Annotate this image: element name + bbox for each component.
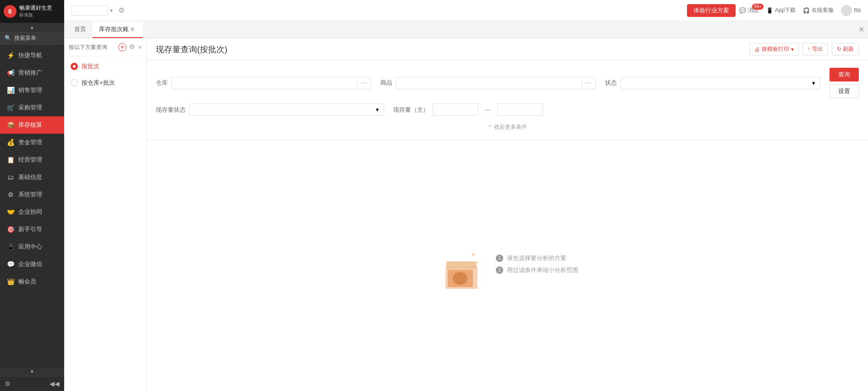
wechat-icon: 💬 [6,260,15,268]
inventory-icon: 📦 [6,121,15,129]
svg-point-3 [453,272,467,285]
collapse-panel-icon[interactable]: » [138,43,142,51]
warehouse-input[interactable] [172,77,357,89]
operation-icon: 📋 [6,156,15,164]
tab-close-btn[interactable]: ✕ [129,26,136,33]
empty-illustration: ✦ ✦ [436,243,482,289]
newbie-icon: 🎯 [6,225,15,234]
scheme-settings-icon[interactable]: ⚙ [129,43,135,51]
scheme-inactive-icon: ○ [71,79,78,87]
collapse-label: 收起更多条件 [494,123,527,131]
online-service-action[interactable]: 🎧 在线客服 [803,6,834,14]
empty-state: ✦ ✦ 1 请先选择要分析的方案 2 用过滤条件来缩小分析范围 [147,141,868,391]
inventory-status-dropdown-icon: ▾ [376,106,379,113]
template-print-btn[interactable]: 🖨 按模板打印 ▾ [749,43,799,55]
message-icon: 💬 [739,7,746,14]
system-icon: ⚙ [6,190,15,199]
empty-tips: 1 请先选择要分析的方案 2 用过滤条件来缩小分析范围 [496,254,578,278]
sidebar-footer: ⚙ ◀◀ [0,376,64,391]
tab-home[interactable]: 首页 [68,22,93,38]
empty-tip-2: 2 用过滤条件来缩小分析范围 [496,266,578,274]
sidebar-scroll-up[interactable]: ▲ [0,23,64,32]
scheme-batch-label: 按批次 [82,62,99,71]
sidebar-item-label: 销售管理 [18,86,42,94]
scheme-item-warehouse-batch[interactable]: ○ 按仓库+批次 [64,75,146,91]
refresh-btn[interactable]: ↻ 刷新 [832,43,859,55]
sidebar-item-marketing[interactable]: 📢 营销推广 [0,64,64,81]
print-dropdown-icon[interactable]: ▾ [791,46,794,53]
trial-btn[interactable]: 体验行业方案 [687,4,736,17]
app-download-action[interactable]: 📱 App下载 [766,6,796,14]
breadcrumb-input[interactable] [71,5,108,16]
sidebar-item-label: 畅会员 [18,277,36,286]
enterprise-icon: 🤝 [6,208,15,216]
inventory-status-label: 现存量状态 [156,106,186,114]
warehouse-more-btn[interactable]: ··· [357,79,371,87]
product-input[interactable] [396,77,582,89]
sidebar-item-wechat[interactable]: 💬 企业微信 [0,255,64,273]
sidebar-item-label: 系统管理 [18,190,42,199]
empty-svg: ✦ ✦ [436,243,487,293]
user-menu[interactable]: Rit [841,5,861,16]
settings-footer-icon[interactable]: ⚙ [5,380,11,387]
warehouse-input-group: ··· [171,77,371,89]
sidebar-item-apps[interactable]: 📱 应用中心 [0,238,64,255]
export-icon: ↑ [808,46,810,52]
tip1-text: 请先选择要分析的方案 [507,254,566,262]
messages-action[interactable]: 💬 消息 99+ [739,6,759,14]
sidebar-item-operation[interactable]: 📋 经营管理 [0,151,64,168]
tab-batch-account[interactable]: 库存批次账 ✕ [93,22,143,38]
topbar-settings-icon[interactable]: ⚙ [118,6,125,15]
finance-icon: 💰 [6,138,15,147]
sidebar-search-label: 搜索菜单 [14,34,36,42]
sidebar-item-member[interactable]: 👑 畅会员 [0,273,64,290]
empty-tip-1: 1 请先选择要分析的方案 [496,254,578,262]
filter-product: 商品 ··· [380,77,596,89]
sidebar-item-newbie[interactable]: 🎯 新手引导 [0,221,64,238]
export-btn[interactable]: ↑ 导出 [802,43,828,55]
messages-badge: 99+ [752,4,764,10]
sidebar-item-finance[interactable]: 💰 资金管理 [0,134,64,151]
product-more-btn[interactable]: ··· [582,79,595,87]
svg-text:✦: ✦ [471,251,476,258]
filter-actions: 查询 设置 [830,68,859,98]
inventory-qty-min[interactable] [433,103,478,116]
sidebar-item-label: 应用中心 [18,243,42,251]
shortcut-icon: ⚡ [6,51,15,60]
filter-warehouse: 仓库 ··· [156,77,371,89]
basic-icon: 🗂 [6,173,15,181]
settings-btn[interactable]: 设置 [830,84,859,98]
sidebar-item-inventory[interactable]: 📦 库存核算 [0,116,64,134]
collapse-more-btn[interactable]: ⌃ 收起更多条件 [156,121,859,133]
sidebar-scroll-down[interactable]: ▼ [0,367,64,376]
filter-row-1: 仓库 ··· 商品 ··· 状态 [156,68,859,98]
product-input-group: ··· [396,77,596,89]
sidebar-item-purchase[interactable]: 🛒 采购管理 [0,99,64,116]
breadcrumb-dropdown-icon[interactable]: ▾ [110,7,113,14]
topbar: ▾ ⚙ 体验行业方案 💬 消息 99+ 📱 App下载 🎧 在线客服 Rit [64,0,868,21]
marketing-icon: 📢 [6,69,15,77]
product-label: 商品 [380,79,392,87]
search-icon: 🔍 [5,35,11,41]
refresh-icon: ↻ [837,46,841,52]
breadcrumb: ▾ [71,5,113,16]
inventory-qty-max[interactable] [497,103,543,116]
inventory-status-select[interactable]: ▾ [189,103,384,116]
scheme-item-batch[interactable]: 按批次 [64,58,146,75]
sidebar-search[interactable]: 🔍 搜索菜单 [0,32,64,45]
close-all-tabs-btn[interactable]: ✕ [858,25,864,34]
tip2-text: 用过滤条件来缩小分析范围 [507,266,578,274]
page-header-actions: 🖨 按模板打印 ▾ ↑ 导出 ↻ 刷新 [749,43,859,55]
add-scheme-btn[interactable]: + [118,43,126,51]
sidebar-item-enterprise[interactable]: 🤝 企业协同 [0,203,64,221]
sidebar-item-basic[interactable]: 🗂 基础信息 [0,168,64,186]
collapse-sidebar-icon[interactable]: ◀◀ [49,380,60,387]
filter-inventory-qty: 现存量（主） — [393,103,621,116]
right-content: 现存量查询(按批次) 🖨 按模板打印 ▾ ↑ 导出 ↻ 刷新 [147,38,868,391]
query-btn[interactable]: 查询 [830,68,859,81]
sidebar-item-shortcut[interactable]: ⚡ 快捷导航 [0,47,64,64]
export-label: 导出 [812,46,823,52]
sidebar-item-system[interactable]: ⚙ 系统管理 [0,186,64,203]
sidebar-item-sales[interactable]: 📊 销售管理 [0,81,64,99]
status-select[interactable]: ▾ [621,77,820,89]
